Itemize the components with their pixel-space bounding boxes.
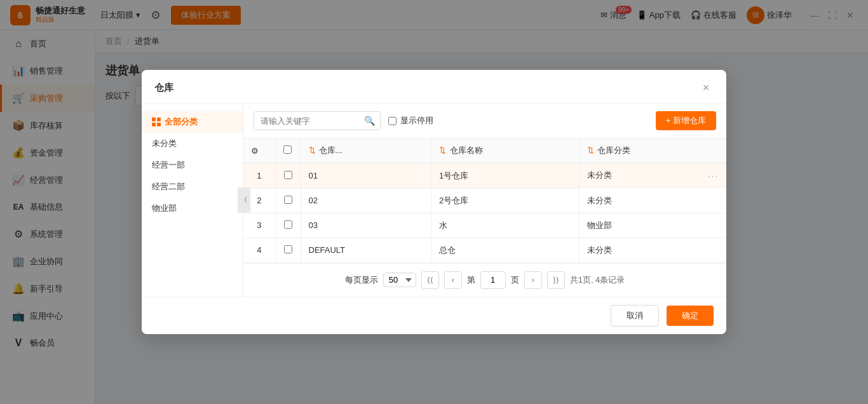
category-all[interactable]: 全部分类 [142,111,243,133]
th-settings[interactable]: ⚙ [243,138,275,163]
page-unit: 页 [511,274,519,286]
grid-icon [152,118,161,126]
pagination-bar: 每页显示 50 20 100 ⟨⟨ ‹ 第 页 › ⟩⟩ 共1页, 4条记录 [243,263,726,297]
search-input[interactable] [254,112,359,130]
th-code[interactable]: ⇅ 仓库... [301,138,431,163]
row-category-4: 未分类 [579,238,726,262]
cancel-button[interactable]: 取消 [611,305,659,327]
row-category-1: 未分类 ··· [580,163,726,188]
search-button[interactable]: 🔍 [359,112,380,130]
search-box: 🔍 [254,111,381,130]
row-name-3: 水 [431,213,579,238]
warehouse-modal: 仓库 × 全部分类 未分类 经营一部 经营二部 物业部 《 [142,70,726,334]
page-prev-button[interactable]: ‹ [444,271,462,289]
page-label: 第 [467,274,475,286]
row-num-1: 1 [243,163,275,189]
row-checkbox-2[interactable] [284,196,292,204]
row-num-3: 3 [243,213,275,238]
table-body: 1 01 1号仓库 未分类 ··· [243,163,726,263]
th-name[interactable]: ⇅ 仓库名称 [431,138,579,163]
modal-main-area: 🔍 显示停用 + 新增仓库 ⚙ [243,104,726,297]
row-code-1: 01 [301,163,431,189]
per-page-label: 每页显示 [345,274,378,286]
modal-title: 仓库 [154,82,173,94]
show-disabled-checkbox[interactable] [388,117,397,125]
modal-close-button[interactable]: × [698,80,714,95]
modal-toolbar: 🔍 显示停用 + 新增仓库 [243,104,726,138]
row-checkbox-3[interactable] [284,220,292,229]
row-name-1: 1号仓库 [431,163,579,189]
category-item-3[interactable]: 物业部 [142,198,243,219]
th-category[interactable]: ⇅ 仓库分类 [579,138,726,163]
row-code-3: 03 [301,213,431,238]
table-row[interactable]: 2 02 2号仓库 未分类 [243,188,726,213]
page-last-button[interactable]: ⟩⟩ [547,271,565,289]
th-checkbox [275,138,301,163]
sort-icon-code: ⇅ [309,145,316,155]
category-item-2[interactable]: 经营二部 [142,176,243,198]
category-sidebar: 全部分类 未分类 经营一部 经营二部 物业部 《 [142,104,243,297]
row-name-2: 2号仓库 [431,188,579,213]
row-num-4: 4 [243,238,275,262]
table-row[interactable]: 3 03 水 物业部 [243,213,726,238]
row-code-2: 02 [301,188,431,213]
page-first-button[interactable]: ⟨⟨ [421,271,439,289]
modal-body: 全部分类 未分类 经营一部 经营二部 物业部 《 🔍 [142,104,726,297]
row-checkbox-4[interactable] [284,245,292,253]
row-name-4: 总仓 [431,238,579,262]
category-item-0[interactable]: 未分类 [142,133,243,154]
row-code-4: DEFAULT [301,238,431,262]
category-all-label: 全部分类 [165,116,198,128]
category-item-1[interactable]: 经营一部 [142,154,243,176]
row-category-2: 未分类 [579,188,726,213]
per-page-select[interactable]: 50 20 100 [383,273,416,287]
row-category-3: 物业部 [579,213,726,238]
page-total: 共1页, 4条记录 [570,274,625,286]
table-header-row: ⚙ ⇅ 仓库... ⇅ 仓库名称 [243,138,726,163]
modal-footer: 取消 确定 [142,297,726,334]
table-row[interactable]: 1 01 1号仓库 未分类 ··· [243,163,726,189]
table-wrapper: ⚙ ⇅ 仓库... ⇅ 仓库名称 [243,138,726,263]
add-warehouse-button[interactable]: + 新增仓库 [656,111,716,130]
modal-header: 仓库 × [142,70,726,104]
row-more-1[interactable]: ··· [708,171,719,180]
category-collapse-button[interactable]: 《 [238,187,250,213]
table-head: ⚙ ⇅ 仓库... ⇅ 仓库名称 [243,138,726,163]
page-number-input[interactable] [480,271,506,289]
row-checkbox-1[interactable] [284,171,292,179]
modal-overlay: 仓库 × 全部分类 未分类 经营一部 经营二部 物业部 《 [0,0,868,404]
select-all-checkbox[interactable] [283,145,292,154]
table-row[interactable]: 4 DEFAULT 总仓 未分类 [243,238,726,262]
show-disabled-label[interactable]: 显示停用 [388,115,433,126]
confirm-button[interactable]: 确定 [667,306,714,326]
row-cb-1 [275,163,301,189]
sort-icon-category: ⇅ [587,145,594,155]
warehouse-table: ⚙ ⇅ 仓库... ⇅ 仓库名称 [243,138,726,263]
row-cb-2 [275,188,301,213]
row-cb-4 [275,238,301,262]
sort-icon-name: ⇅ [439,145,446,155]
row-cb-3 [275,213,301,238]
page-next-button[interactable]: › [524,271,542,289]
